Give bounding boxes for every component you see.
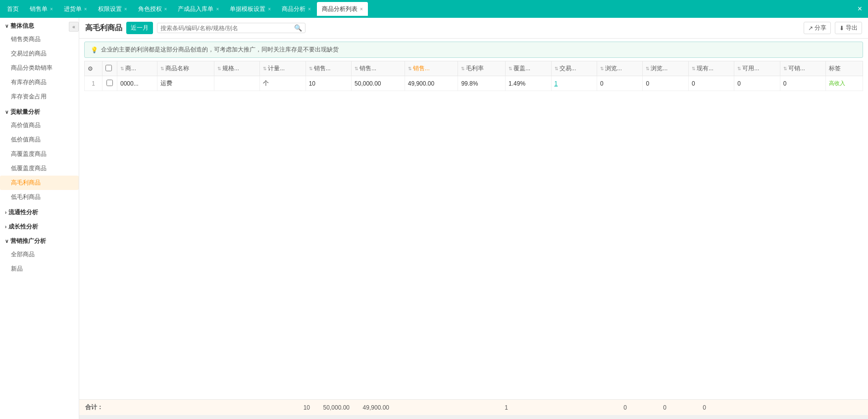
info-banner: 💡 企业的主要的利润都是这部分商品创造的，可考虑加大推广，同时关注库存是不要出现… [84, 42, 863, 58]
content-header: 高毛利商品 近一月 🔍 ↗ 分享 ⬇ 导出 [79, 18, 868, 39]
header-actions: ↗ 分享 ⬇ 导出 [804, 22, 862, 34]
col-sales-profit[interactable]: ⇅销售... [405, 61, 458, 76]
table-row: 1 0000... 运费 个 10 50,000.00 49,900.00 99… [85, 76, 863, 91]
tag-label: 高收入 [829, 80, 845, 86]
footer-cell-avail1: 0 [590, 404, 630, 411]
cell-name: 运费 [157, 76, 214, 91]
search-input[interactable] [160, 25, 294, 32]
col-name[interactable]: ⇅商品名称 [157, 61, 214, 76]
col-settings[interactable]: ⚙ [85, 61, 102, 76]
export-button[interactable]: ⬇ 导出 [835, 22, 862, 34]
cell-browse2: 0 [643, 76, 688, 91]
nav-tab-analysis[interactable]: 商品分析 × [277, 2, 316, 16]
nav-tab-purchase[interactable]: 进货单 × [59, 2, 92, 16]
chevron-down-icon: ∨ [5, 23, 8, 29]
close-icon[interactable]: × [84, 6, 87, 12]
col-spec[interactable]: ⇅规格... [214, 61, 259, 76]
nav-tab-role[interactable]: 角色授权 × [133, 2, 172, 16]
cell-coverage: 1.49% [506, 76, 551, 91]
row-index: 1 [85, 76, 102, 91]
chevron-down-icon: ∨ [5, 238, 8, 244]
chevron-down-icon: ∨ [5, 109, 8, 115]
sidebar-item-sales-goods[interactable]: 销售类商品 [0, 32, 79, 47]
share-button[interactable]: ↗ 分享 [804, 22, 831, 34]
sidebar-item-traded-goods[interactable]: 交易过的商品 [0, 47, 79, 61]
close-icon[interactable]: × [360, 6, 363, 12]
sidebar-item-low-margin[interactable]: 低毛利商品 [0, 190, 79, 204]
footer-cell-sellable: 0 [669, 404, 709, 411]
close-icon[interactable]: × [308, 6, 311, 12]
close-icon[interactable]: × [268, 6, 271, 12]
col-browse1[interactable]: ⇅浏览... [597, 61, 642, 76]
cell-unit: 个 [260, 76, 306, 91]
sidebar-item-instock-goods[interactable]: 有库存的商品 [0, 75, 79, 90]
sidebar-item-low-value[interactable]: 低价值商品 [0, 133, 79, 147]
col-trade[interactable]: ⇅交易... [551, 61, 597, 76]
nav-tab-product-in[interactable]: 产成品入库单 × [173, 2, 224, 16]
footer-label: 合计： [85, 403, 115, 412]
sidebar-group-flow[interactable]: › 流通性分析 [0, 204, 79, 219]
trade-link[interactable]: 1 [555, 80, 558, 87]
col-sales-qty[interactable]: ⇅销售... [306, 61, 351, 76]
sidebar-item-new-goods[interactable]: 新品 [0, 262, 79, 276]
close-icon[interactable]: × [50, 6, 53, 12]
col-code[interactable]: ⇅商... [117, 61, 157, 76]
data-table: ⚙ ⇅商... ⇅商品名称 ⇅规格... ⇅计量... ⇅销售... ⇅销售..… [84, 61, 863, 91]
footer-cell-trade: 1 [471, 404, 511, 411]
close-icon[interactable]: × [216, 6, 219, 12]
horizontal-scrollbar[interactable] [79, 415, 868, 419]
nav-tab-home[interactable]: 首页 [2, 2, 24, 16]
cell-tag: 高收入 [826, 76, 863, 91]
footer-cell-profit: 49,900.00 [353, 404, 392, 411]
table-header-row: ⚙ ⇅商... ⇅商品名称 ⇅规格... ⇅计量... ⇅销售... ⇅销售..… [85, 61, 863, 76]
nav-tab-analysis-list[interactable]: 商品分析列表 × [317, 2, 368, 16]
sidebar-item-low-coverage[interactable]: 低覆盖度商品 [0, 161, 79, 176]
close-all-button[interactable]: × [854, 4, 866, 13]
sidebar-group-contribution[interactable]: ∨ 贡献量分析 [0, 104, 79, 118]
sidebar-item-high-coverage[interactable]: 高覆盖度商品 [0, 147, 79, 161]
cell-gross-rate: 99.8% [458, 76, 506, 91]
main-layout: « ∨ 整体信息 销售类商品 交易过的商品 商品分类助销率 有库存的商品 库存资… [0, 18, 868, 419]
row-checkbox[interactable] [106, 80, 113, 86]
cell-code: 0000... [117, 76, 157, 91]
sidebar-item-category-rate[interactable]: 商品分类助销率 [0, 61, 79, 75]
col-sellable[interactable]: ⇅可销... [780, 61, 825, 76]
col-browse2[interactable]: ⇅浏览... [643, 61, 688, 76]
col-gross-rate[interactable]: ⇅毛利率 [458, 61, 506, 76]
export-icon: ⬇ [839, 25, 844, 32]
col-available2[interactable]: ⇅可用... [734, 61, 780, 76]
col-sales-amt[interactable]: ⇅销售... [352, 61, 405, 76]
top-nav: 首页 销售单 × 进货单 × 权限设置 × 角色授权 × 产成品入库单 × 单据… [0, 0, 868, 18]
page-title: 高毛利商品 [85, 23, 122, 33]
sidebar-item-high-value[interactable]: 高价值商品 [0, 118, 79, 133]
sidebar-item-high-margin[interactable]: 高毛利商品 [0, 176, 79, 190]
select-all-checkbox[interactable] [105, 65, 112, 71]
search-wrap: 🔍 [157, 23, 306, 33]
sidebar-collapse-button[interactable]: « [69, 22, 79, 32]
footer-cell-qty: 10 [273, 404, 313, 411]
footer-cell-sales-amt: 50,000.00 [313, 404, 353, 411]
sidebar-group-marketing[interactable]: ∨ 营销推广分析 [0, 233, 79, 247]
data-table-wrap: ⚙ ⇅商... ⇅商品名称 ⇅规格... ⇅计量... ⇅销售... ⇅销售..… [84, 61, 863, 396]
row-checkbox-cell [102, 76, 117, 91]
close-icon[interactable]: × [124, 6, 127, 12]
col-unit[interactable]: ⇅计量... [260, 61, 306, 76]
cell-sales-profit: 49,900.00 [405, 76, 458, 91]
close-icon[interactable]: × [164, 6, 167, 12]
nav-tab-template[interactable]: 单据模板设置 × [225, 2, 276, 16]
share-icon: ↗ [808, 25, 813, 32]
filter-recent-month-button[interactable]: 近一月 [126, 22, 153, 34]
sidebar-group-overall[interactable]: ∨ 整体信息 [0, 18, 79, 32]
sidebar-group-growth[interactable]: › 成长性分析 [0, 219, 79, 233]
cell-available1: 0 [688, 76, 734, 91]
sidebar: « ∨ 整体信息 销售类商品 交易过的商品 商品分类助销率 有库存的商品 库存资… [0, 18, 79, 419]
nav-tab-sales[interactable]: 销售单 × [25, 2, 58, 16]
col-available1[interactable]: ⇅现有... [688, 61, 734, 76]
nav-tab-permission[interactable]: 权限设置 × [93, 2, 132, 16]
col-tag: 标签 [826, 61, 863, 76]
col-coverage[interactable]: ⇅覆盖... [506, 61, 551, 76]
chevron-right-icon: › [5, 210, 6, 215]
sidebar-item-all-goods[interactable]: 全部商品 [0, 247, 79, 262]
cell-sales-amt: 50,000.00 [352, 76, 405, 91]
sidebar-item-stock-capital[interactable]: 库存资金占用 [0, 90, 79, 104]
